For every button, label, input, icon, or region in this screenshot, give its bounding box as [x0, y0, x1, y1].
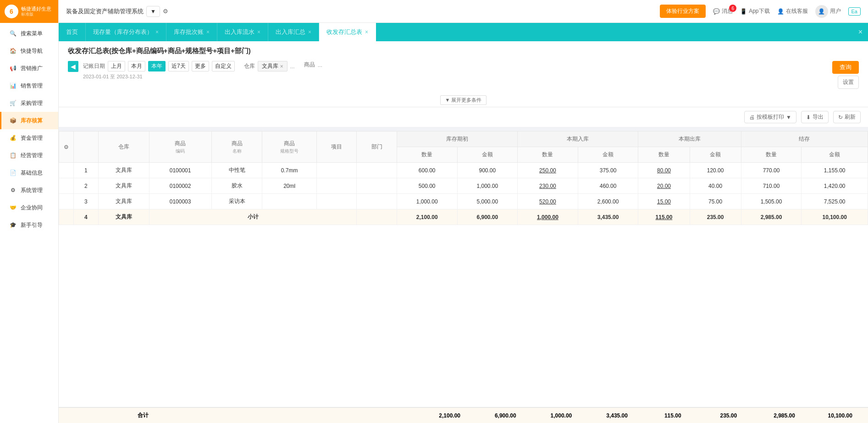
online-service-label: 在线客服 [786, 7, 808, 15]
row1-in-qty[interactable]: 250.00 [518, 163, 578, 178]
subtotal-dept [357, 209, 397, 225]
sidebar-item-newbie[interactable]: 🎓 新手引导 [0, 216, 58, 234]
sidebar-logo: 6 畅捷通好生意 标准版 [0, 0, 58, 23]
col-out-qty: 数量 [638, 147, 690, 163]
row2-close-amt: 1,420.00 [802, 178, 868, 194]
home-icon: 🏠 [9, 47, 17, 55]
row1-gear [59, 163, 74, 178]
main-close-btn[interactable]: × [853, 28, 868, 36]
refresh-icon: ↻ [838, 114, 843, 121]
filter-toggle-btn[interactable]: ◀ [68, 61, 78, 72]
system-dropdown[interactable]: ▼ [146, 6, 160, 17]
date-btn-more[interactable]: 更多 [192, 61, 209, 71]
sidebar-item-label: 系统管理 [21, 187, 43, 194]
sidebar-item-enterprise[interactable]: 🤝 企业协同 [0, 199, 58, 216]
tab-stock-dist-close[interactable]: × [155, 29, 159, 35]
operation-icon: 📋 [9, 151, 17, 159]
expand-bar: ▼ 展开更多条件 [68, 93, 859, 107]
sidebar-item-basic-info[interactable]: 📄 基础信息 [0, 164, 58, 181]
tab-stock-dist[interactable]: 现存量（库存分布表） × [86, 23, 166, 41]
tab-stock-dist-label: 现存量（库存分布表） [93, 28, 153, 36]
footer-in-amt: 3,435.00 [589, 412, 645, 419]
row2-out-amt: 40.00 [690, 178, 741, 194]
date-btn-7days[interactable]: 近7天 [168, 61, 189, 71]
col-name-header: 商品名称 [211, 132, 262, 163]
row3-open-amt: 5,000.00 [457, 194, 518, 209]
expand-conditions-btn[interactable]: ▼ 展开更多条件 [440, 95, 487, 105]
date-btn-cur-month[interactable]: 本月 [128, 61, 145, 71]
row1-open-amt: 900.00 [457, 163, 518, 178]
sidebar-item-label: 企业协同 [21, 204, 43, 212]
subtotal-in-qty: 1,000.00 [518, 209, 578, 225]
subtotal-out-qty: 115.00 [638, 209, 690, 225]
user-action[interactable]: 👤 用户 [815, 5, 841, 18]
col-close-qty: 数量 [741, 147, 802, 163]
row2-in-qty[interactable]: 230.00 [518, 178, 578, 194]
warehouse-tag-close[interactable]: × [280, 63, 283, 70]
row1-no: 1 [74, 163, 99, 178]
col-close-amt: 金额 [802, 147, 868, 163]
date-btn-prev-month[interactable]: 上月 [108, 61, 125, 71]
subtotal-row: 4 文具库 小计 2,100.00 6,900.00 1,000.00 3,43… [59, 209, 868, 225]
data-table: ⚙ 仓库 商品编码 商品名称 商品规格型号 项目 [59, 131, 868, 225]
footer-out-qty: 115.00 [645, 412, 701, 419]
tab-in-out-flow-close[interactable]: × [257, 29, 260, 35]
row2-spec: 20ml [262, 178, 317, 194]
tab-batch[interactable]: 库存批次账 × [166, 23, 217, 41]
goods-more[interactable]: ... [318, 62, 322, 68]
settings-icon[interactable]: ⚙ [163, 8, 168, 15]
query-btn[interactable]: 查询 [832, 61, 859, 74]
app-download-action[interactable]: 📱 App下载 [740, 7, 769, 15]
filter-settings-btn[interactable]: 设置 [838, 76, 859, 89]
sidebar-item-label: 库存核算 [21, 117, 43, 125]
date-range: 2023-01-01 至 2023-12-31 [83, 73, 235, 80]
sidebar-item-system[interactable]: ⚙ 系统管理 [0, 181, 58, 199]
col-in-header: 本期入库 [518, 132, 638, 147]
sidebar-item-label: 快捷导航 [21, 47, 43, 55]
basic-info-icon: 📄 [9, 169, 17, 177]
sidebar-item-finance[interactable]: 💰 资金管理 [0, 129, 58, 147]
sidebar-item-quick-nav[interactable]: 🏠 快捷导航 [0, 42, 58, 60]
tab-recv-send-summary[interactable]: 收发存汇总表 × [319, 23, 376, 41]
sidebar-item-sales[interactable]: 📊 销售管理 [0, 77, 58, 94]
message-action[interactable]: 💬 消息 6 [713, 7, 733, 15]
tab-batch-close[interactable]: × [206, 29, 210, 35]
warehouse-more[interactable]: ... [290, 63, 295, 70]
col-gear-header: ⚙ [59, 132, 74, 163]
row2-out-qty[interactable]: 20.00 [638, 178, 690, 194]
export-btn[interactable]: ⬇ 导出 [801, 111, 829, 123]
row2-code: 0100002 [149, 178, 211, 194]
refresh-btn[interactable]: ↻ 刷新 [833, 111, 861, 123]
online-service-action[interactable]: 👤 在线客服 [777, 7, 808, 15]
sidebar-item-marketing[interactable]: 📢 营销推广 [0, 60, 58, 77]
sidebar-item-inventory[interactable]: 📦 库存核算 [0, 112, 58, 129]
gear-icon[interactable]: ⚙ [64, 144, 69, 150]
tab-in-out-flow[interactable]: 出入库流水 × [217, 23, 268, 41]
subtotal-open-amt: 6,900.00 [457, 209, 518, 225]
sidebar-item-search[interactable]: 🔍 搜索菜单 [0, 25, 58, 42]
trial-btn[interactable]: 体验行业方案 [660, 5, 706, 18]
row2-gear [59, 178, 74, 194]
date-btn-custom[interactable]: 自定义 [212, 61, 235, 71]
tab-in-out-summary[interactable]: 出入库汇总 × [268, 23, 319, 41]
row3-in-qty[interactable]: 520.00 [518, 194, 578, 209]
footer-label: 合计 [87, 412, 199, 419]
sidebar-item-operation[interactable]: 📋 经营管理 [0, 147, 58, 164]
tab-in-out-summary-close[interactable]: × [308, 29, 311, 35]
sidebar-item-label: 销售管理 [21, 82, 43, 90]
warehouse-filter-label: 仓库 [244, 62, 255, 70]
row3-out-qty[interactable]: 15.00 [638, 194, 690, 209]
subtotal-gear [59, 209, 74, 225]
sidebar-item-purchase[interactable]: 🛒 采购管理 [0, 94, 58, 112]
app-download-label: App下载 [749, 7, 769, 15]
table-body: 1 文具库 0100001 中性笔 0.7mm 600.00 900.00 25… [59, 163, 868, 225]
tab-recv-send-summary-close[interactable]: × [365, 29, 368, 35]
date-btn-cur-year[interactable]: 本年 [148, 61, 166, 71]
tab-home[interactable]: 首页 [59, 23, 86, 41]
row1-out-qty[interactable]: 80.00 [638, 163, 690, 178]
print-btn[interactable]: 🖨 按模板打印 ▼ [744, 111, 796, 123]
sidebar-item-label: 经营管理 [21, 152, 43, 159]
dropdown-arrow: ▼ [150, 8, 156, 15]
tab-batch-label: 库存批次账 [174, 28, 204, 36]
purchase-icon: 🛒 [9, 99, 17, 107]
